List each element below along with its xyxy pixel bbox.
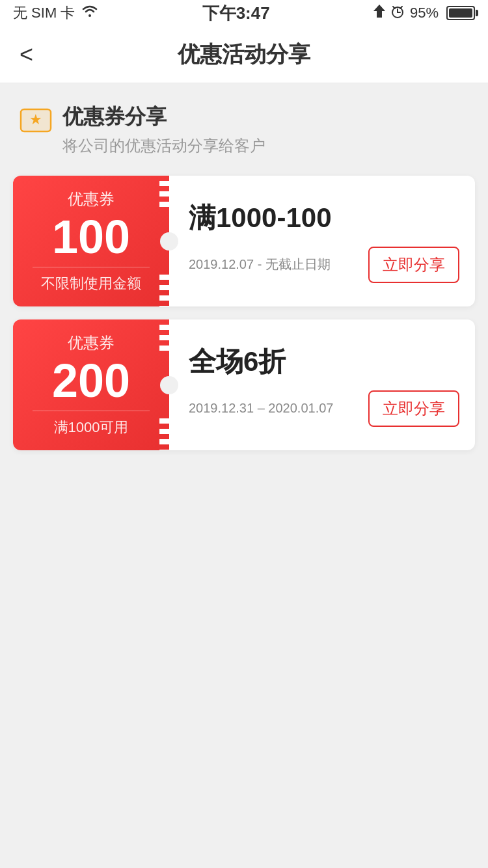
battery-percent: 95% xyxy=(410,5,439,21)
coupon-condition-1: 不限制使用金额 xyxy=(41,274,141,293)
coupon-list: 优惠券 100 不限制使用金额 满1000-100 2019.12.07 - 无… xyxy=(0,169,488,470)
coupon-right-1: 满1000-100 2019.12.07 - 无截止日期 立即分享 xyxy=(169,176,475,306)
coupon-card-1: 优惠券 100 不限制使用金额 满1000-100 2019.12.07 - 无… xyxy=(13,176,475,306)
page-title: 优惠活动分享 xyxy=(178,40,310,70)
coupon-name-1: 满1000-100 xyxy=(189,200,459,236)
coupon-condition-2: 满1000可用 xyxy=(54,418,129,437)
coupon-amount-1: 100 xyxy=(52,213,130,260)
coupon-label-1: 优惠券 xyxy=(68,189,115,210)
nav-bar: < 优惠活动分享 xyxy=(0,26,488,83)
coupon-left-2: 优惠券 200 满1000可用 xyxy=(13,319,169,450)
coupon-divider-line-2 xyxy=(33,411,150,411)
coupon-footer-2: 2019.12.31 – 2020.01.07 立即分享 xyxy=(189,390,459,427)
section-text: 优惠券分享 将公司的优惠活动分享给客户 xyxy=(62,103,265,156)
wifi-icon xyxy=(81,5,98,21)
coupon-footer-1: 2019.12.07 - 无截止日期 立即分享 xyxy=(189,247,459,283)
carrier-label: 无 SIM 卡 xyxy=(13,3,75,23)
svg-text:★: ★ xyxy=(29,111,42,128)
share-button-1[interactable]: 立即分享 xyxy=(368,247,459,283)
coupon-name-2: 全场6折 xyxy=(189,344,459,380)
page-content: ★ 优惠券分享 将公司的优惠活动分享给客户 优惠券 100 不限制使用金额 满1… xyxy=(0,83,488,860)
location-icon xyxy=(373,5,385,21)
back-button[interactable]: < xyxy=(20,41,33,68)
coupon-right-2: 全场6折 2019.12.31 – 2020.01.07 立即分享 xyxy=(169,319,475,450)
svg-line-4 xyxy=(400,7,402,8)
status-right: 95% xyxy=(373,4,475,22)
status-bar: 无 SIM 卡 下午3:47 95% xyxy=(0,0,488,26)
section-header: ★ 优惠券分享 将公司的优惠活动分享给客户 xyxy=(0,83,488,169)
empty-area xyxy=(0,470,488,860)
time-display: 下午3:47 xyxy=(202,2,270,25)
section-title: 优惠券分享 xyxy=(62,103,265,131)
status-left: 无 SIM 卡 xyxy=(13,3,98,23)
coupon-date-1: 2019.12.07 - 无截止日期 xyxy=(189,256,362,273)
svg-line-3 xyxy=(393,7,395,8)
battery-icon xyxy=(446,6,475,20)
section-subtitle: 将公司的优惠活动分享给客户 xyxy=(62,135,265,156)
coupon-divider-line-1 xyxy=(33,267,150,267)
coupon-share-icon: ★ xyxy=(20,104,52,137)
coupon-label-2: 优惠券 xyxy=(68,332,115,353)
coupon-left-1: 优惠券 100 不限制使用金额 xyxy=(13,176,169,306)
share-button-2[interactable]: 立即分享 xyxy=(368,390,459,427)
coupon-amount-2: 200 xyxy=(52,357,130,404)
coupon-card-2: 优惠券 200 满1000可用 全场6折 2019.12.31 – 2020.0… xyxy=(13,319,475,450)
alarm-icon xyxy=(390,4,405,22)
coupon-date-2: 2019.12.31 – 2020.01.07 xyxy=(189,401,362,416)
